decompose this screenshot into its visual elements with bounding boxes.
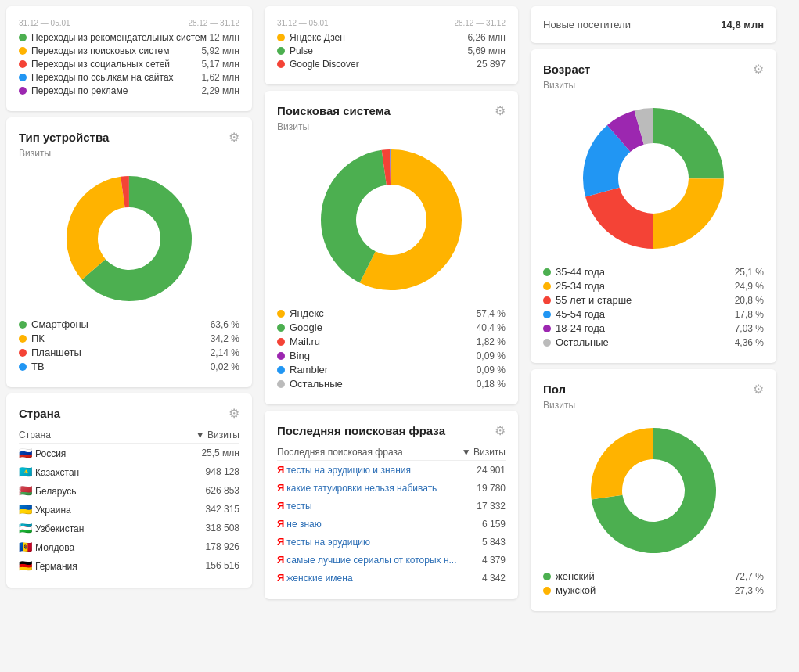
phrase-link[interactable]: тесты <box>286 501 311 512</box>
device-type-card: Тип устройства ⚙ Визиты Смартфоны63,6 %П… <box>6 117 252 387</box>
table-row: Яженские имена4 342 <box>277 569 506 587</box>
gender-donut-chart <box>543 420 764 561</box>
legend-label-group: женский <box>543 570 595 582</box>
country-name: 🇰🇿Казахстан <box>19 462 150 481</box>
legend-label-group: 55 лет и старше <box>543 294 632 306</box>
legend-value: 2,14 % <box>211 347 239 358</box>
phrase-card: Последняя поисковая фраза ⚙ Последняя по… <box>265 411 518 599</box>
age-card-title: Возраст <box>543 63 590 76</box>
legend-dot <box>543 339 551 347</box>
source-value: 5,69 млн <box>467 45 506 56</box>
table-row: Ятесты на эрудицию5 843 <box>277 533 506 551</box>
visits-col-header: ▼ Визиты <box>150 427 239 444</box>
phrase-link[interactable]: самые лучшие сериалы от которых н... <box>286 555 456 566</box>
device-gear-icon[interactable]: ⚙ <box>229 130 239 145</box>
legend-dot <box>543 325 551 332</box>
legend-label-group: 25-34 года <box>543 280 605 292</box>
country-visits: 25,5 млн <box>150 444 239 463</box>
legend-label: ПК <box>31 332 45 344</box>
phrase-link[interactable]: тесты на эрудицию <box>286 537 370 548</box>
rec-date-left: 31.12 — 05.01 <box>277 19 329 27</box>
search-gear-icon[interactable]: ⚙ <box>495 103 506 118</box>
country-flag: 🇩🇪 <box>19 559 32 572</box>
phrase-visits-value: 6 159 <box>461 515 506 533</box>
gender-gear-icon[interactable]: ⚙ <box>753 382 764 397</box>
source-dot <box>277 47 285 55</box>
phrase-link[interactable]: какие татуировки нельзя набивать <box>286 483 437 494</box>
legend-dot <box>277 324 285 332</box>
source-dot <box>19 74 27 81</box>
legend-dot <box>19 363 27 371</box>
source-value: 5,92 млн <box>201 45 239 56</box>
search-card-title: Поисковая система <box>277 104 391 117</box>
legend-dot <box>277 366 285 374</box>
source-value: 1,62 млн <box>201 72 239 83</box>
source-value: 6,26 млн <box>467 32 506 43</box>
legend-dot <box>277 338 285 346</box>
country-gear-icon[interactable]: ⚙ <box>229 406 239 421</box>
country-visits: 318 508 <box>150 519 239 537</box>
source-label-group: Google Discover <box>277 59 359 70</box>
legend-value: 17,8 % <box>735 309 764 320</box>
new-visitors-card: Новые посетители 14,8 млн <box>531 6 776 43</box>
legend-value: 7,03 % <box>735 323 764 334</box>
legend-label: 35-44 года <box>556 266 605 278</box>
table-row: 🇲🇩Молдова178 926 <box>19 537 239 556</box>
legend-item: женский72,7 % <box>543 570 764 582</box>
legend-item: 25-34 года24,9 % <box>543 280 764 292</box>
legend-item: Смартфоны63,6 % <box>19 318 239 330</box>
source-label: Переходы из социальных сетей <box>31 59 170 70</box>
source-value: 25 897 <box>477 59 506 70</box>
country-card-title: Страна <box>19 407 60 420</box>
phrase-table: Последняя поисковая фраза ▼ Визиты Ятест… <box>277 444 506 587</box>
legend-value: 40,4 % <box>477 322 506 333</box>
source-label-group: Яндекс Дзен <box>277 32 345 43</box>
country-flag: 🇧🇾 <box>19 484 32 497</box>
legend-value: 25,1 % <box>735 267 764 278</box>
legend-value: 0,02 % <box>211 361 239 372</box>
country-visits: 948 128 <box>150 462 239 481</box>
device-card-subtitle: Визиты <box>19 148 239 159</box>
legend-value: 72,7 % <box>735 571 764 582</box>
legend-dot <box>277 380 285 388</box>
age-donut-chart <box>543 100 764 257</box>
legend-item: Bing0,09 % <box>277 350 506 361</box>
legend-label: женский <box>556 570 595 582</box>
phrase-visits-value: 4 342 <box>461 569 506 587</box>
source-label: Яндекс Дзен <box>290 32 345 43</box>
table-row: 🇩🇪Германия156 516 <box>19 556 239 575</box>
source-dot <box>19 60 27 68</box>
legend-label-group: Google <box>277 322 322 333</box>
gender-card-subtitle: Визиты <box>543 400 764 411</box>
country-name: 🇷🇺Россия <box>19 444 150 463</box>
country-col-header: Страна <box>19 427 150 444</box>
legend-dot <box>19 349 27 357</box>
legend-value: 1,82 % <box>477 336 506 347</box>
source-label-group: Переходы из поисковых систем <box>19 45 169 56</box>
legend-label: Планшеты <box>31 347 81 358</box>
source-item: Яндекс Дзен6,26 млн <box>277 32 506 43</box>
source-label: Google Discover <box>290 59 359 70</box>
phrase-link[interactable]: не знаю <box>286 519 321 530</box>
source-label: Переходы по рекламе <box>31 85 128 96</box>
legend-label: Rambler <box>290 364 328 376</box>
legend-item: Остальные4,36 % <box>543 336 764 348</box>
legend-label: Остальные <box>290 378 343 390</box>
table-row: Ятесты на эрудицию и знания24 901 <box>277 461 506 480</box>
phrase-link[interactable]: тесты на эрудицию и знания <box>286 465 411 476</box>
legend-label-group: Остальные <box>277 378 343 390</box>
gender-legend: женский72,7 %мужской27,3 % <box>543 570 764 596</box>
source-label: Переходы из поисковых систем <box>31 45 169 56</box>
age-gear-icon[interactable]: ⚙ <box>753 62 764 77</box>
new-visitors-label: Новые посетители <box>543 19 631 31</box>
legend-label: 55 лет и старше <box>556 294 632 306</box>
source-dot <box>19 87 27 95</box>
phrase-link[interactable]: женские имена <box>286 573 352 584</box>
country-flag: 🇺🇿 <box>19 522 32 534</box>
legend-label-group: мужской <box>543 584 596 596</box>
country-visits: 342 315 <box>150 500 239 519</box>
legend-dot <box>543 311 551 318</box>
phrase-gear-icon[interactable]: ⚙ <box>495 423 506 438</box>
legend-label-group: ТВ <box>19 361 45 372</box>
legend-value: 0,18 % <box>477 379 506 390</box>
